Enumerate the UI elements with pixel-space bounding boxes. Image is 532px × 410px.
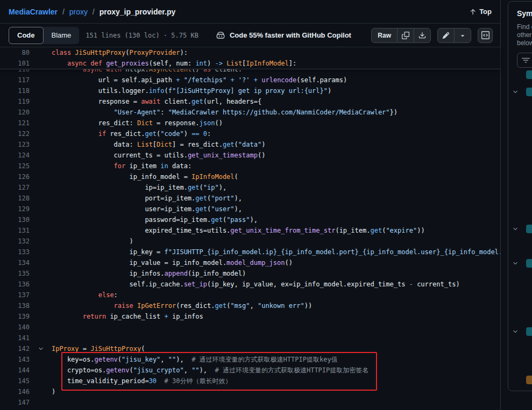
code-text: ip=ip_item.get("ip"), xyxy=(52,182,500,193)
code-line: 121 res_dict: Dict = response.json() xyxy=(0,118,500,128)
chevron-down-icon[interactable] xyxy=(512,260,519,267)
fold-chevron-icon[interactable] xyxy=(30,343,52,354)
code-line: 120 "User-Agent": "MediaCrawler https://… xyxy=(0,107,500,118)
symbol-row[interactable] xyxy=(512,326,532,337)
line-number[interactable]: 132 xyxy=(0,236,30,247)
back-to-top-link[interactable]: Top xyxy=(469,8,492,16)
edit-dropdown-button[interactable] xyxy=(454,28,471,42)
line-number[interactable]: 130 xyxy=(0,214,30,225)
line-number[interactable]: 122 xyxy=(0,128,30,139)
line-number[interactable]: 138 xyxy=(0,300,30,311)
breadcrumb-separator: / xyxy=(93,8,95,16)
line-number[interactable]: 128 xyxy=(0,193,30,204)
chevron-down-icon[interactable] xyxy=(512,328,519,335)
gutter-spacer xyxy=(30,161,52,171)
gutter-spacer xyxy=(30,333,52,343)
code-line: 140 xyxy=(0,322,500,333)
code-line: 130 password=ip_item.get("pass"), xyxy=(0,214,500,225)
code-text: async def get_proxies(self, num: int) ->… xyxy=(52,58,500,69)
code-lines: 117 url = self.api_path + "/fetchips" + … xyxy=(0,75,500,408)
line-number[interactable]: 137 xyxy=(0,290,30,300)
breadcrumb-repo-link[interactable]: MediaCrawler xyxy=(9,8,58,16)
chevron-down-icon[interactable] xyxy=(512,226,519,232)
code-line: 124 current_ts = utils.get_unix_timestam… xyxy=(0,150,500,161)
code-text: "User-Agent": "MediaCrawler https://gith… xyxy=(52,107,500,118)
line-number[interactable]: 142 xyxy=(0,343,30,354)
code-text: data: List[Dict] = res_dict.get("data") xyxy=(52,139,500,150)
line-number[interactable]: 140 xyxy=(0,322,30,333)
gutter-spacer xyxy=(30,365,52,376)
symbol-row[interactable] xyxy=(512,87,532,97)
line-number[interactable]: 129 xyxy=(0,204,30,214)
line-number[interactable]: 133 xyxy=(0,247,30,257)
raw-button[interactable]: Raw xyxy=(372,28,397,42)
line-number[interactable]: 126 xyxy=(0,171,30,182)
code-blame-switch: Code Blame xyxy=(9,27,79,44)
top-label: Top xyxy=(479,8,492,16)
gutter-spacer xyxy=(30,236,52,247)
chevron-down-icon[interactable] xyxy=(512,89,519,95)
symbol-row[interactable] xyxy=(512,69,532,80)
line-number[interactable]: 80 xyxy=(0,47,30,58)
download-icon xyxy=(418,32,426,39)
gutter-spacer xyxy=(30,139,52,150)
symbol-row[interactable] xyxy=(512,375,532,385)
line-number[interactable]: 145 xyxy=(0,376,30,386)
code-line: 123 data: List[Dict] = res_dict.get("dat… xyxy=(0,139,500,150)
line-number[interactable]: 135 xyxy=(0,268,30,279)
copilot-banner[interactable]: Code 55% faster with GitHub Copilot xyxy=(216,31,351,40)
code-line: 144 crypto=os.getenv("jisu_crypto", ""),… xyxy=(0,365,500,376)
line-number[interactable]: 120 xyxy=(0,107,30,118)
line-number[interactable]: 146 xyxy=(0,386,30,397)
gutter-spacer xyxy=(30,322,52,333)
symbol-row[interactable] xyxy=(512,258,532,269)
triangle-down-icon xyxy=(459,32,466,39)
line-number[interactable]: 117 xyxy=(0,75,30,85)
line-number[interactable]: 119 xyxy=(0,96,30,107)
line-number[interactable]: 118 xyxy=(0,85,30,96)
line-number[interactable]: 124 xyxy=(0,150,30,161)
symbols-panel: Symbols Find definitions and references … xyxy=(508,1,532,391)
tab-blame[interactable]: Blame xyxy=(44,27,80,44)
line-number[interactable]: 131 xyxy=(0,225,30,236)
code-text: time_validity_period=30 # 30分钟（最长时效） xyxy=(52,376,500,386)
line-number[interactable]: 101 xyxy=(0,58,30,69)
raw-button-group: Raw xyxy=(371,28,431,43)
symbols-description-line: below or in the code. xyxy=(517,39,532,47)
line-number[interactable]: 139 xyxy=(0,311,30,322)
line-number[interactable]: 123 xyxy=(0,139,30,150)
line-number[interactable]: 125 xyxy=(0,161,30,171)
symbol-kind-badge xyxy=(526,70,532,79)
line-number[interactable]: 127 xyxy=(0,182,30,193)
code-line: 139 return ip_cache_list + ip_infos xyxy=(0,311,500,322)
symbols-toggle-button[interactable] xyxy=(478,28,493,43)
code-line: 141 xyxy=(0,333,500,343)
line-number[interactable]: 144 xyxy=(0,365,30,376)
line-number[interactable]: 141 xyxy=(0,333,30,343)
code-line: 134 ip_value = ip_info_model.model_dump_… xyxy=(0,257,500,268)
copy-button[interactable] xyxy=(397,28,414,42)
line-number[interactable]: 143 xyxy=(0,354,30,365)
code-line: 128 port=ip_item.get("port"), xyxy=(0,193,500,204)
line-number[interactable]: 121 xyxy=(0,118,30,128)
pencil-icon xyxy=(442,32,450,39)
gutter-spacer xyxy=(30,376,52,386)
symbol-row[interactable] xyxy=(512,224,532,234)
code-line: 126 ip_info_model = IpInfoModel( xyxy=(0,171,500,182)
edit-button-group xyxy=(437,28,471,43)
code-text: for ip_item in data: xyxy=(52,161,500,171)
code-text xyxy=(52,333,500,343)
edit-button[interactable] xyxy=(438,28,454,42)
gutter-spacer xyxy=(30,214,52,225)
line-number[interactable]: 147 xyxy=(0,397,30,408)
line-number[interactable]: 136 xyxy=(0,279,30,290)
copy-icon xyxy=(402,32,409,39)
download-button[interactable] xyxy=(414,28,430,42)
tab-code[interactable]: Code xyxy=(9,27,44,44)
breadcrumb-folder-link[interactable]: proxy xyxy=(69,8,88,16)
code-line: 117 url = self.api_path + "/fetchips" + … xyxy=(0,75,500,85)
code-line: 80class JiSuHttpProxy(ProxyProvider): xyxy=(0,47,500,58)
line-number[interactable]: 134 xyxy=(0,257,30,268)
gutter-spacer xyxy=(30,182,52,193)
line-number[interactable]: 116 xyxy=(0,69,30,75)
